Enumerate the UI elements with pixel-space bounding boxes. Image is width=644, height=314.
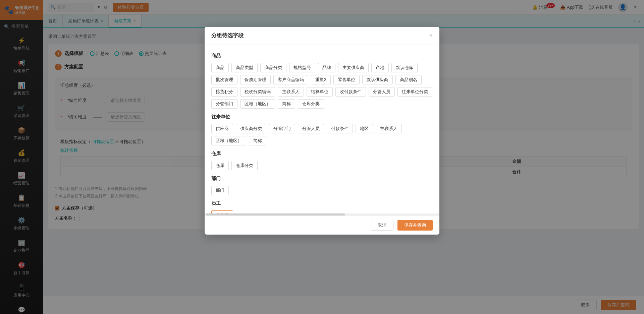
modal-footer: 取消 保存并查询 xyxy=(205,215,439,235)
field-goods[interactable]: 商品 xyxy=(211,63,229,72)
field-goods-category[interactable]: 商品分类 xyxy=(260,63,286,72)
section-goods-title: 商品 xyxy=(211,53,433,59)
field-batch-mgmt[interactable]: 批次管理 xyxy=(211,75,237,84)
modal-cancel-btn[interactable]: 取消 xyxy=(371,220,393,231)
fields-employee: 业务员 xyxy=(211,210,433,213)
field-region2[interactable]: 区域（地区） xyxy=(211,136,246,145)
fields-warehouse: 仓库 仓库分类 xyxy=(211,161,433,170)
section-warehouse-title: 仓库 xyxy=(211,151,433,157)
field-manager[interactable]: 分管人员 xyxy=(369,87,395,97)
field-main-supplier[interactable]: 主要供应商 xyxy=(338,63,369,72)
field-default-warehouse[interactable]: 默认仓库 xyxy=(391,63,418,72)
field-mgmt-person[interactable]: 分管人员 xyxy=(298,124,324,133)
field-counterpart-category[interactable]: 往来单位分类 xyxy=(397,87,432,97)
field-supplier[interactable]: 供应商 xyxy=(211,124,233,133)
field-default-supplier[interactable]: 默认供应商 xyxy=(362,75,393,84)
field-weight[interactable]: 重量3 xyxy=(311,75,331,84)
section-counterpart-title: 往来单位 xyxy=(211,114,433,120)
field-brand[interactable]: 品牌 xyxy=(318,63,335,72)
field-customer-code[interactable]: 客户商品编码 xyxy=(273,75,308,84)
field-origin[interactable]: 产地 xyxy=(371,63,389,72)
field-supplier-category[interactable]: 供应商分类 xyxy=(236,124,266,133)
field-mgmt-dept[interactable]: 分管部门 xyxy=(269,124,295,133)
field-pick-score[interactable]: 拣货积分 xyxy=(211,87,237,97)
fields-goods: 商品 商品类型 商品分类 规格型号 品牌 主要供应商 产地 默认仓库 批次管理 … xyxy=(211,63,433,109)
field-abbr2[interactable]: 简称 xyxy=(249,136,266,145)
field-retail-unit[interactable]: 零售单位 xyxy=(333,75,360,84)
field-warehouse-cat[interactable]: 仓库分类 xyxy=(231,161,258,170)
field-tax-code[interactable]: 税收分类编码 xyxy=(240,87,275,97)
field-warehouse[interactable]: 仓库 xyxy=(211,161,229,170)
field-dept[interactable]: 分管部门 xyxy=(211,99,237,109)
field-shelf-life[interactable]: 保质期管理 xyxy=(240,75,271,84)
field-abbr[interactable]: 简称 xyxy=(278,99,295,109)
fields-dept: 部门 xyxy=(211,186,433,195)
fields-counterpart: 供应商 供应商分类 分管部门 分管人员 付款条件 地区 主联系人 区域（地区） … xyxy=(211,124,433,145)
field-settle-unit[interactable]: 结算单位 xyxy=(307,87,333,97)
field-goods-alias[interactable]: 商品别名 xyxy=(395,75,422,84)
modal-title: 分组待选字段 xyxy=(211,32,244,39)
modal-header: 分组待选字段 × xyxy=(205,27,439,45)
field-warehouse-category[interactable]: 仓库分类 xyxy=(298,99,324,109)
field-salesman[interactable]: 业务员 xyxy=(211,210,233,213)
modal-body: 商品 商品 商品类型 商品分类 规格型号 品牌 主要供应商 产地 默认仓库 批次… xyxy=(205,45,439,213)
modal-confirm-btn[interactable]: 保存并查询 xyxy=(397,220,433,231)
section-employee-title: 员工 xyxy=(211,200,433,206)
field-region[interactable]: 区域（地区） xyxy=(240,99,275,109)
field-spec-model[interactable]: 规格型号 xyxy=(289,63,315,72)
section-dept-title: 部门 xyxy=(211,176,433,182)
field-main-contact[interactable]: 主联系人 xyxy=(278,87,304,97)
field-payment-terms[interactable]: 收付款条件 xyxy=(335,87,366,97)
field-select-modal: 分组待选字段 × 商品 商品 商品类型 商品分类 规格型号 品牌 主要供应商 产… xyxy=(205,27,439,235)
field-area[interactable]: 地区 xyxy=(356,124,373,133)
field-goods-type[interactable]: 商品类型 xyxy=(231,63,258,72)
modal-close-btn[interactable]: × xyxy=(429,32,433,39)
field-main-contact2[interactable]: 主联系人 xyxy=(376,124,402,133)
field-department[interactable]: 部门 xyxy=(211,186,229,195)
field-payment-condition[interactable]: 付款条件 xyxy=(327,124,353,133)
